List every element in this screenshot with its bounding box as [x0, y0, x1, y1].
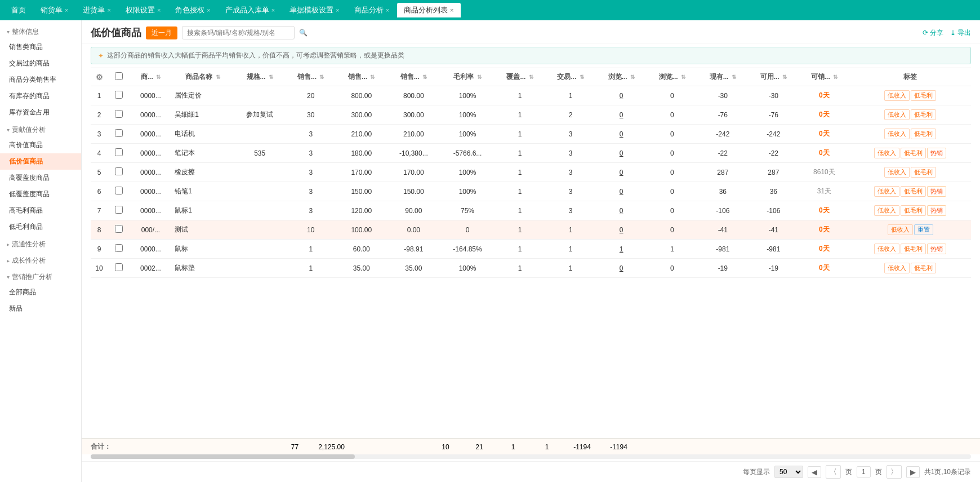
row-sales-qty: 30: [286, 105, 336, 125]
first-page-button[interactable]: ◀: [808, 466, 821, 478]
row-checkbox[interactable]: [108, 125, 130, 144]
col-sales2[interactable]: 销售... ⇅: [336, 68, 387, 86]
search-input[interactable]: [182, 26, 295, 39]
nav-permissions[interactable]: 权限设置 ×: [119, 3, 167, 17]
col-margin[interactable]: 毛利率 ⇅: [440, 68, 495, 86]
row-coverage: 1: [495, 259, 545, 278]
row-select-checkbox[interactable]: [115, 244, 123, 252]
settings-col-header[interactable]: ⚙: [91, 68, 108, 86]
close-icon[interactable]: ×: [271, 7, 275, 14]
sidebar-item-new-products[interactable]: 新品: [0, 300, 81, 317]
sidebar-section-growth[interactable]: ▸ 成长性分析: [0, 251, 81, 268]
row-select-checkbox[interactable]: [115, 206, 123, 214]
col-name[interactable]: 商品名称 ⇅: [171, 68, 234, 86]
sidebar-section-marketing[interactable]: ▾ 营销推广分析: [0, 268, 81, 284]
sidebar-item-low-coverage[interactable]: 低覆盖度商品: [0, 186, 81, 202]
close-icon[interactable]: ×: [386, 7, 389, 14]
row-select-checkbox[interactable]: [115, 167, 123, 175]
sidebar-item-sales-products[interactable]: 销售类商品: [0, 39, 81, 55]
row-checkbox[interactable]: [108, 240, 130, 259]
filter-recent-month-button[interactable]: 近一月: [146, 26, 177, 39]
row-select-checkbox[interactable]: [115, 148, 123, 156]
row-checkbox[interactable]: [108, 220, 130, 240]
next-page-button[interactable]: 〉: [887, 465, 902, 479]
col-coverage[interactable]: 覆盖... ⇅: [495, 68, 545, 86]
col-spec[interactable]: 规格... ⇅: [234, 68, 286, 86]
days-label: 0天: [819, 91, 830, 99]
row-checkbox[interactable]: [108, 105, 130, 125]
nav-sales-order[interactable]: 销货单 ×: [34, 3, 75, 17]
last-page-button[interactable]: ▶: [906, 466, 920, 478]
row-checkbox[interactable]: [108, 259, 130, 278]
row-select-checkbox[interactable]: [115, 225, 123, 233]
close-icon[interactable]: ×: [157, 7, 161, 14]
nav-product-entry[interactable]: 产成品入库单 ×: [219, 3, 282, 17]
row-current-inv: -981: [697, 240, 748, 259]
top-nav: 首页 销货单 × 进货单 × 权限设置 × 角色授权 × 产成品入库单 × 单据…: [0, 0, 980, 20]
col-sales1[interactable]: 销售... ⇅: [286, 68, 336, 86]
sidebar-item-high-coverage[interactable]: 高覆盖度商品: [0, 170, 81, 186]
sidebar-item-all-products[interactable]: 全部商品: [0, 284, 81, 300]
row-select-checkbox[interactable]: [115, 110, 123, 118]
close-icon[interactable]: ×: [107, 7, 110, 14]
search-icon[interactable]: 🔍: [299, 29, 308, 37]
sidebar-item-low-margin[interactable]: 低毛利商品: [0, 219, 81, 235]
nav-template-setting[interactable]: 单据模板设置 ×: [283, 3, 346, 17]
per-page-select[interactable]: 50 100 200: [774, 466, 803, 478]
select-all-checkbox[interactable]: [115, 72, 123, 80]
row-code: 0000...: [130, 86, 171, 105]
close-icon[interactable]: ×: [207, 7, 210, 14]
sidebar-section-contribution[interactable]: ▾ 贡献值分析: [0, 121, 81, 137]
sidebar-section-circulation[interactable]: ▸ 流通性分析: [0, 235, 81, 251]
nav-product-analysis[interactable]: 商品分析 ×: [348, 3, 396, 17]
row-code: 0000...: [130, 163, 171, 182]
row-checkbox[interactable]: [108, 182, 130, 201]
nav-home[interactable]: 首页: [5, 3, 33, 17]
row-select-checkbox[interactable]: [115, 187, 123, 194]
row-checkbox[interactable]: [108, 201, 130, 220]
main-layout: ▾ 整体信息 销售类商品 交易过的商品 商品分类销售率 有库存的商品 库存资金占…: [0, 20, 980, 482]
row-transaction: 3: [545, 201, 596, 220]
row-available-inv: -41: [748, 220, 799, 240]
sidebar-item-traded-products[interactable]: 交易过的商品: [0, 55, 81, 72]
row-sales-amt: 120.00: [336, 201, 387, 220]
row-select-checkbox[interactable]: [115, 129, 123, 137]
sidebar-item-inventory-products[interactable]: 有库存的商品: [0, 88, 81, 104]
col-available-inv[interactable]: 可用... ⇅: [748, 68, 799, 86]
sidebar-section-overview[interactable]: ▾ 整体信息: [0, 23, 81, 39]
scroll-thumb[interactable]: [91, 454, 355, 459]
col-transaction[interactable]: 交易... ⇅: [545, 68, 596, 86]
close-icon[interactable]: ×: [336, 7, 339, 14]
row-checkbox[interactable]: [108, 144, 130, 163]
col-browse2[interactable]: 浏览... ⇅: [647, 68, 697, 86]
row-select-checkbox[interactable]: [115, 263, 123, 271]
summary-inv: -1194: [564, 443, 600, 451]
row-select-checkbox[interactable]: [115, 91, 123, 99]
col-saleable-inv[interactable]: 可销... ⇅: [799, 68, 849, 86]
nav-role-auth[interactable]: 角色授权 ×: [168, 3, 217, 17]
share-button[interactable]: ⟳ 分享: [923, 28, 943, 38]
table-container[interactable]: ⚙ 商... ⇅ 商品名称 ⇅ 规格... ⇅ 销售... ⇅ 销售... ⇅ …: [82, 68, 980, 438]
row-name: 鼠标1: [171, 201, 234, 220]
row-tags: 低收入低毛利热销: [849, 240, 971, 259]
col-sales3[interactable]: 销售... ⇅: [387, 68, 440, 86]
col-code[interactable]: 商... ⇅: [130, 68, 171, 86]
close-icon[interactable]: ×: [450, 7, 453, 14]
horizontal-scrollbar[interactable]: [91, 454, 971, 459]
row-checkbox[interactable]: [108, 86, 130, 105]
row-tags: 低收入低毛利热销: [849, 144, 971, 163]
col-browse1[interactable]: 浏览... ⇅: [596, 68, 647, 86]
sidebar-item-high-value[interactable]: 高价值商品: [0, 137, 81, 153]
nav-purchase-order[interactable]: 进货单 ×: [76, 3, 117, 17]
sidebar-item-category-sales[interactable]: 商品分类销售率: [0, 72, 81, 88]
sidebar-item-low-value[interactable]: 低价值商品: [0, 153, 81, 170]
prev-page-button[interactable]: 〈: [826, 465, 841, 479]
row-checkbox[interactable]: [108, 163, 130, 182]
col-current-inv[interactable]: 现有... ⇅: [697, 68, 748, 86]
sidebar-item-inventory-funds[interactable]: 库存资金占用: [0, 104, 81, 121]
export-button[interactable]: ⤓ 导出: [950, 28, 971, 38]
sidebar-item-high-margin[interactable]: 高毛利商品: [0, 202, 81, 219]
close-icon[interactable]: ×: [65, 7, 68, 14]
nav-product-analysis-list[interactable]: 商品分析列表 ×: [397, 3, 460, 17]
gear-icon[interactable]: ⚙: [96, 73, 103, 82]
